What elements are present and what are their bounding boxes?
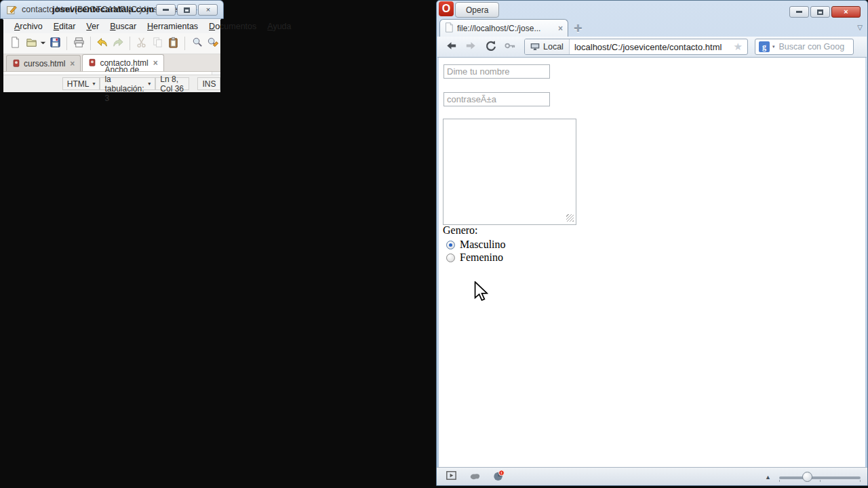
gedit-statusbar: HTML ▾ Ancho de la tabulación: 3 ▾ Ln 8,… xyxy=(3,75,220,92)
desktop: { "icons": { "close": "×", "plus": "✚", … xyxy=(0,0,868,488)
local-badge[interactable]: Local xyxy=(525,39,570,54)
search-engine-dropdown-icon[interactable]: ▾ xyxy=(772,44,775,49)
search-field[interactable]: g ▾ xyxy=(755,39,854,55)
fit-width-button[interactable]: ▲ xyxy=(765,474,771,481)
maximize-icon xyxy=(817,9,823,15)
turbo-icon: ! xyxy=(492,469,505,485)
radio-button[interactable] xyxy=(446,253,455,262)
opera-menu-button[interactable]: Opera xyxy=(455,2,499,18)
tab-close-icon[interactable]: × xyxy=(153,58,158,68)
redo-button[interactable] xyxy=(110,35,126,52)
cloud-icon xyxy=(469,469,481,485)
gedit-minimize-button[interactable] xyxy=(156,4,176,16)
menu-item-ver[interactable]: Ver xyxy=(81,20,104,33)
find-replace-button[interactable] xyxy=(205,35,221,52)
open-dropdown-icon xyxy=(39,37,47,49)
radio-option-femenino[interactable]: Femenino xyxy=(446,251,503,264)
print-icon xyxy=(73,36,85,52)
maximize-icon xyxy=(184,7,190,13)
document-tab-cursos.html[interactable]: cursos.html× xyxy=(6,55,81,71)
tab-close-icon[interactable]: × xyxy=(558,24,563,33)
panel-toggle-button[interactable] xyxy=(443,470,458,483)
tab-list-dropdown-icon[interactable]: ▽ xyxy=(857,24,863,31)
open-dropdown-button[interactable] xyxy=(39,35,47,52)
insert-mode-indicator: INS xyxy=(197,77,220,90)
opera-maximize-button[interactable] xyxy=(810,6,830,18)
html-file-icon xyxy=(12,59,20,68)
copy-icon xyxy=(151,36,164,52)
menu-item-buscar[interactable]: Buscar xyxy=(104,20,142,33)
zoom-slider-handle[interactable] xyxy=(802,472,812,482)
search-input[interactable] xyxy=(778,41,848,52)
gedit-scrollbar[interactable] xyxy=(212,72,220,75)
bookmark-star-icon[interactable]: ★ xyxy=(734,41,747,53)
gedit-window: contacto.html (BOOTCAMP (C:) \josevicent… xyxy=(0,0,224,19)
toolbar-separator xyxy=(66,37,67,50)
message-textarea[interactable] xyxy=(443,119,576,225)
copy-button[interactable] xyxy=(149,35,165,52)
insert-mode-label: INS xyxy=(202,79,216,89)
opera-close-button[interactable]: × xyxy=(831,6,861,18)
gedit-maximize-button[interactable] xyxy=(177,4,197,16)
find-button[interactable] xyxy=(189,35,205,52)
password-input[interactable] xyxy=(443,92,550,106)
gedit-close-button[interactable]: × xyxy=(198,4,218,16)
url-text: localhost/C:/josevicente/contacto.html xyxy=(570,42,734,52)
name-input[interactable] xyxy=(443,64,550,79)
cursor-position-label: Ln 8, Col 36 xyxy=(160,75,184,94)
local-badge-label: Local xyxy=(543,42,564,52)
menu-item-archivo[interactable]: Archivo xyxy=(9,20,48,33)
undo-icon xyxy=(96,36,108,52)
new-document-icon xyxy=(9,36,22,52)
opera-statusbar: ! ▲ xyxy=(437,467,867,485)
zoom-slider-track[interactable] xyxy=(779,476,861,479)
toolbar-separator xyxy=(90,37,91,50)
toolbar-separator xyxy=(130,37,130,50)
zoom-slider[interactable] xyxy=(779,471,861,483)
back-icon xyxy=(445,39,458,55)
forward-button[interactable] xyxy=(462,39,479,55)
menu-item-editar[interactable]: Editar xyxy=(48,20,81,33)
key-icon xyxy=(504,39,517,55)
genero-label: Genero: xyxy=(443,224,478,237)
reload-icon xyxy=(484,39,497,55)
gedit-code-editor[interactable]: 1<form action="enviamail.php" method="PO… xyxy=(3,72,220,75)
new-tab-button[interactable]: ✚ xyxy=(574,22,583,35)
paste-icon xyxy=(167,36,180,52)
address-field[interactable]: Local localhost/C:/josevicente/contacto.… xyxy=(524,39,748,55)
key-button[interactable] xyxy=(502,39,518,55)
language-selector[interactable]: HTML ▾ xyxy=(62,77,100,90)
panel-toggle-icon xyxy=(445,469,458,485)
radio-button[interactable] xyxy=(446,241,455,249)
paste-button[interactable] xyxy=(165,35,182,52)
back-button[interactable] xyxy=(443,39,459,55)
html-file-icon xyxy=(88,58,96,68)
google-icon: g xyxy=(759,41,770,52)
browser-tab[interactable]: file://localhost/C:/jose... × xyxy=(439,19,568,37)
print-button[interactable] xyxy=(71,35,87,52)
menu-item-ayuda[interactable]: Ayuda xyxy=(262,20,296,33)
open-folder-button[interactable] xyxy=(24,35,40,52)
menu-item-documentos[interactable]: Documentos xyxy=(203,20,262,33)
tab-close-icon[interactable]: × xyxy=(70,59,75,68)
menu-item-herramientas[interactable]: Herramientas xyxy=(142,20,203,33)
undo-button[interactable] xyxy=(94,35,111,52)
redo-icon xyxy=(112,36,125,52)
new-document-button[interactable] xyxy=(7,35,24,52)
radio-option-masculino[interactable]: Masculino xyxy=(446,239,506,251)
reload-button[interactable] xyxy=(482,39,498,55)
toolbar-separator xyxy=(184,37,185,50)
gedit-client-area: ArchivoEditarVerBuscarHerramientasDocume… xyxy=(3,18,221,20)
opera-tabbar: file://localhost/C:/jose... × ✚ xyxy=(439,18,851,37)
opera-menu-label: Opera xyxy=(466,5,488,15)
tab-width-selector[interactable]: Ancho de la tabulación: 3 ▾ xyxy=(100,77,155,90)
cut-icon xyxy=(135,36,148,52)
textarea-resize-grip[interactable] xyxy=(566,214,574,222)
gedit-titlebar[interactable]: contacto.html (BOOTCAMP (C:) \josevicent… xyxy=(1,1,223,18)
cut-button[interactable] xyxy=(134,35,150,52)
save-button[interactable] xyxy=(47,35,64,52)
opera-minimize-button[interactable] xyxy=(789,6,809,18)
watermark-text: josevicentecaratala.com xyxy=(52,4,154,14)
turbo-button[interactable]: ! xyxy=(491,470,506,483)
cloud-button[interactable] xyxy=(467,470,482,483)
